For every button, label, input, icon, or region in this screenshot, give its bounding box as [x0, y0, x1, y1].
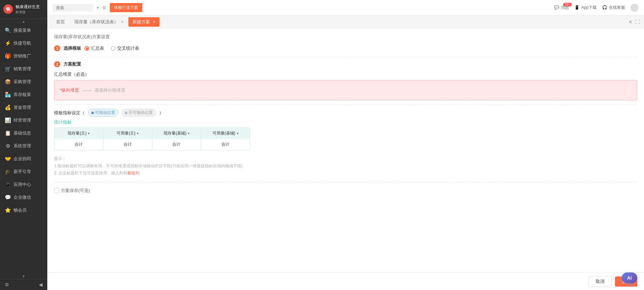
radio-cross-label: 交叉统计表: [117, 45, 139, 51]
collapse-icon[interactable]: ◀: [39, 282, 43, 287]
sidebar-scroll-down[interactable]: ▼: [0, 274, 47, 279]
basic-info-icon: 📋: [5, 130, 11, 136]
tabbar: 首页 现存量（库存状况表） ✕ 新建方案 ✕ ✕ ⛶: [47, 16, 644, 28]
save-option-label: 方案保存(可选): [61, 188, 90, 194]
radio-summary[interactable]: 汇总表: [84, 45, 104, 51]
app-download-label: App下载: [581, 5, 596, 10]
sidebar-item-quick-nav[interactable]: ⚡ 快捷导航: [0, 37, 47, 50]
tip-highlight-delete: 删除列: [127, 171, 140, 175]
search-icon: 🔍: [5, 27, 11, 33]
stats-col-header-3: 可用量(基辅) ▾: [201, 128, 250, 139]
dropdown-icon[interactable]: ▾: [97, 5, 99, 10]
stats-section-label: 统计指标: [54, 119, 637, 125]
inventory-icon: 🏪: [5, 92, 11, 98]
sidebar-item-search[interactable]: 🔍 搜索菜单: [0, 24, 47, 37]
sidebar-item-label: 快捷导航: [14, 40, 31, 46]
save-checkbox[interactable]: [54, 188, 59, 193]
indicator-settings-row: 模板指标设定（ 可拖动位置 不可拖动位置 ）: [54, 109, 637, 117]
cancel-button[interactable]: 取消: [589, 276, 612, 287]
sidebar-item-label: 企业微信: [14, 194, 31, 200]
settings-icon[interactable]: ⚙: [5, 282, 9, 287]
online-service-label: 在线客服: [609, 5, 625, 10]
member-icon: ⭐: [5, 207, 11, 213]
messages-badge[interactable]: 💬 99+ 消息: [554, 5, 569, 10]
topbar: ▾ ⚙ 体验行业方案 💬 99+ 消息 📱 App下载 🎧 在线客服: [47, 0, 644, 16]
divider-1: [54, 57, 637, 57]
stats-col-arrow-3[interactable]: ▾: [237, 131, 239, 135]
sidebar-item-label: 新手引导: [14, 169, 31, 175]
stats-col-arrow-1[interactable]: ▾: [137, 131, 139, 135]
industry-plan-button[interactable]: 体验行业方案: [110, 3, 142, 12]
tab-close-all-icon[interactable]: ✕: [628, 19, 633, 25]
step2-header: 2 方案配置: [54, 61, 637, 67]
sidebar-item-marketing[interactable]: 🎁 营销推广: [0, 50, 47, 63]
sidebar-item-sales[interactable]: 🛒 销售管理: [0, 63, 47, 75]
sidebar-item-label: 资金管理: [14, 104, 31, 111]
tab-inventory[interactable]: 现存量（库存状况表） ✕: [70, 17, 128, 27]
indicator-settings-label: 模板指标设定（: [54, 110, 85, 116]
tab-maximize-icon[interactable]: ⛶: [635, 19, 640, 25]
sidebar-scroll-up[interactable]: ▲: [0, 19, 47, 24]
stats-table-header: 现存量(主) ▾ 可用量(主) ▾ 现存量(基辅) ▾: [54, 128, 250, 139]
sidebar-item-inventory[interactable]: 🏪 库存核算: [0, 88, 47, 101]
tip-item-1: 2. 点击标题栏下拉可设置排序、插入列和删除列: [54, 170, 637, 176]
online-service-link[interactable]: 🎧 在线客服: [602, 5, 625, 10]
tab-new-plan-close-icon[interactable]: ✕: [153, 20, 155, 24]
stats-col-body-0: 合计: [54, 139, 103, 150]
sidebar-item-enterprise[interactable]: 🤝 企业协同: [0, 152, 47, 165]
app-name-block: 畅康通好生意 标准版: [16, 4, 40, 15]
sidebar-item-system[interactable]: ⚙ 系统管理: [0, 140, 47, 152]
tip-item-1-prefix: 2. 点击标题栏下拉可设置排序、插入列和: [54, 171, 127, 175]
tips-area: 提示： 1.拖动标题栏可以调整布局，不可跨维度或指标区域拖动栏目字段(只能在同一…: [54, 156, 637, 176]
stats-col-arrow-0[interactable]: ▾: [88, 131, 90, 135]
sidebar-item-purchase[interactable]: 📦 采购管理: [0, 75, 47, 88]
tag-movable-label: 可拖动位置: [95, 110, 115, 116]
topbar-gear-icon[interactable]: ⚙: [102, 5, 106, 10]
radio-cross[interactable]: 交叉统计表: [111, 45, 139, 51]
indicator-settings-suffix: ）: [159, 110, 164, 116]
sidebar-item-finance[interactable]: 💰 资金管理: [0, 101, 47, 114]
enterprise-icon: 🤝: [5, 156, 11, 162]
app-name: 畅康通好生意: [16, 4, 40, 10]
newbie-icon: 🎓: [5, 169, 11, 175]
app-download-link[interactable]: 📱 App下载: [574, 5, 597, 10]
ai-float-button[interactable]: Ai: [622, 272, 637, 283]
sidebar-item-wechat[interactable]: 💬 企业微信: [0, 191, 47, 204]
sidebar-item-label: 库存核算: [14, 92, 31, 98]
sidebar-item-newbie[interactable]: 🎓 新手引导: [0, 165, 47, 178]
step2-section: 2 方案配置 汇总维度（必选） *纵向维度 —— 请选择分组维度 模板指标设定（…: [54, 61, 637, 176]
dimension-box[interactable]: *纵向维度 —— 请选择分组维度: [54, 80, 637, 100]
messages-count: 99+: [563, 3, 572, 6]
sidebar-item-label: 经营管理: [14, 117, 31, 123]
sidebar-item-app-center[interactable]: 📱 应用中心: [0, 178, 47, 191]
tab-new-plan[interactable]: 新建方案 ✕: [128, 17, 159, 27]
sidebar-item-label: 系统管理: [14, 143, 31, 149]
radio-summary-label: 汇总表: [91, 45, 104, 51]
search-input[interactable]: [53, 4, 93, 11]
app-logo-icon: 畅: [3, 4, 13, 14]
step1-header: 1 选择模板 汇总表 交叉统计表: [54, 45, 637, 51]
sidebar-item-basic-info[interactable]: 📋 基础信息: [0, 127, 47, 140]
stats-section: 统计指标 现存量(主) ▾ 可用量(主) ▾: [54, 119, 637, 150]
step2-num: 2: [54, 61, 60, 67]
divider-2: [54, 104, 637, 105]
dim-dash: ——: [82, 88, 91, 93]
stats-col-arrow-2[interactable]: ▾: [188, 131, 190, 135]
tips-title: 提示：: [54, 156, 637, 162]
step2-title: 方案配置: [64, 61, 81, 67]
tab-inventory-close-icon[interactable]: ✕: [121, 20, 124, 24]
dim-required-star: *纵向维度: [60, 87, 79, 93]
topbar-left: ▾ ⚙ 体验行业方案: [53, 3, 142, 12]
user-avatar-area[interactable]: [630, 4, 639, 12]
marketing-icon: 🎁: [5, 53, 11, 59]
sidebar-item-operations[interactable]: 📊 经营管理: [0, 114, 47, 127]
sidebar-item-member[interactable]: ⭐ 畅会员: [0, 204, 47, 217]
system-icon: ⚙: [5, 143, 11, 149]
stats-col-label-0: 现存量(主): [68, 130, 86, 136]
stats-col-body-3: 合计: [201, 139, 250, 150]
divider-3: [54, 182, 637, 182]
inventory-tab-label: 现存量（库存状况表）: [74, 19, 118, 25]
dim-placeholder: 请选择分组维度: [95, 87, 125, 93]
app-center-icon: 📱: [5, 182, 11, 188]
tab-home[interactable]: 首页: [51, 17, 70, 27]
